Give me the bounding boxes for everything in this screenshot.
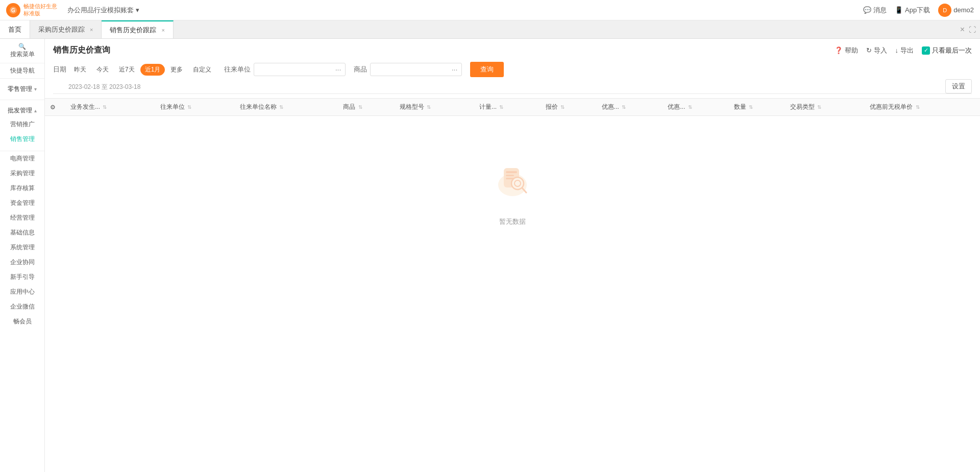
tab-sales-history-label: 销售历史价跟踪 xyxy=(110,26,156,35)
app-name: 办公用品行业模拟账套 xyxy=(67,6,134,15)
th-price[interactable]: 报价 ⇅ xyxy=(541,99,597,116)
th-partner-code[interactable]: 往来单位 ⇅ xyxy=(155,99,235,116)
help-button[interactable]: ❓ 帮助 xyxy=(835,46,858,55)
sidebar-item-marketing-label: 营销推广 xyxy=(10,121,35,128)
sidebar-item-finance[interactable]: 资金管理 xyxy=(0,196,44,210)
sidebar-item-purchase[interactable]: 采购管理 xyxy=(0,166,44,181)
tab-purchase-close-icon[interactable]: × xyxy=(90,27,93,33)
sort-icon: ⇅ xyxy=(622,104,626,110)
date-btn-custom[interactable]: 自定义 xyxy=(188,64,216,76)
th-unit-label: 计量... xyxy=(479,103,497,110)
th-biz-date[interactable]: 业务发生... ⇅ xyxy=(65,99,155,116)
date-btn-last7[interactable]: 近7天 xyxy=(114,64,139,76)
sidebar-item-retail[interactable]: 零售管理 ▾ xyxy=(2,83,42,96)
date-filter-group: 日期 昨天 今天 近7天 近1月 更多 自定义 xyxy=(53,64,216,76)
sidebar-item-wholesale-label: 批发管理 xyxy=(8,106,32,115)
setting-button[interactable]: 设置 xyxy=(945,79,972,93)
partner-input[interactable]: ··· xyxy=(254,63,346,76)
date-btn-more[interactable]: 更多 xyxy=(166,64,187,76)
export-icon: ↓ xyxy=(895,46,899,54)
sort-icon: ⇅ xyxy=(103,104,107,110)
sidebar-item-ecommerce[interactable]: 电商管理 xyxy=(0,151,44,166)
filter-bar: 日期 昨天 今天 近7天 近1月 更多 自定义 往来单位 xyxy=(53,62,972,94)
help-label: 帮助 xyxy=(845,46,858,55)
tab-home[interactable]: 首页 xyxy=(0,20,30,38)
sidebar-item-ecommerce-label: 电商管理 xyxy=(10,155,35,162)
empty-icon xyxy=(489,157,535,211)
filter-row: 日期 昨天 今天 近7天 近1月 更多 自定义 往来单位 xyxy=(53,62,972,77)
import-icon: ↻ xyxy=(866,46,872,54)
th-biz-date-label: 业务发生... xyxy=(70,103,100,110)
date-btn-last1m[interactable]: 近1月 xyxy=(140,64,165,76)
th-unit[interactable]: 计量... ⇅ xyxy=(474,99,540,116)
sidebar: 🔍 搜索菜单 快捷导航 零售管理 ▾ 批发管理 ▴ 营销推广 销售管理 电 xyxy=(0,39,45,472)
sidebar-section-retail: 零售管理 ▾ xyxy=(0,79,44,100)
only-last-checkbox[interactable]: ✓ 只看最后一次 xyxy=(922,46,972,55)
date-range-text: 2023-02-18 至 2023-03-18 xyxy=(68,83,140,91)
table-header: ⚙ 业务发生... ⇅ 往来单位 ⇅ 往来单位名称 ⇅ xyxy=(45,99,980,116)
close-all-icon[interactable]: × xyxy=(960,25,965,34)
fullscreen-icon[interactable]: ⛶ xyxy=(969,26,976,34)
app-selector[interactable]: 办公用品行业模拟账套 ▾ xyxy=(67,6,139,15)
th-partner-code-label: 往来单位 xyxy=(160,103,185,110)
th-partner-name[interactable]: 往来单位名称 ⇅ xyxy=(235,99,338,116)
th-discount2[interactable]: 优惠... ⇅ xyxy=(663,99,728,116)
sidebar-item-inventory[interactable]: 库存核算 xyxy=(0,181,44,196)
data-table: ⚙ 业务发生... ⇅ 往来单位 ⇅ 往来单位名称 ⇅ xyxy=(45,99,980,116)
tab-purchase-history-label: 采购历史价跟踪 xyxy=(38,25,85,34)
sidebar-search[interactable]: 🔍 搜索菜单 xyxy=(0,39,44,63)
th-trade-type-label: 交易类型 xyxy=(790,103,815,110)
goods-input-dots: ··· xyxy=(452,65,458,74)
logo-icon: G xyxy=(6,3,20,17)
sidebar-item-newbie[interactable]: 新手引导 xyxy=(0,270,44,285)
th-spec[interactable]: 规格型号 ⇅ xyxy=(395,99,474,116)
only-last-label: 只看最后一次 xyxy=(932,46,972,55)
date-btn-yesterday[interactable]: 昨天 xyxy=(69,64,91,76)
message-button[interactable]: 💬 消息 xyxy=(863,6,887,15)
th-settings[interactable]: ⚙ xyxy=(45,99,65,116)
date-btn-today[interactable]: 今天 xyxy=(92,64,113,76)
sidebar-quick-nav[interactable]: 快捷导航 xyxy=(0,63,44,79)
query-button[interactable]: 查询 xyxy=(470,62,504,77)
app-download-button[interactable]: 📱 App下载 xyxy=(895,6,930,15)
sidebar-item-wholesale[interactable]: 批发管理 ▴ xyxy=(2,104,42,117)
th-pre-tax-price[interactable]: 优惠前无税单价 ⇅ xyxy=(865,99,980,116)
tab-actions: × ⛶ xyxy=(956,20,980,38)
sidebar-item-marketing[interactable]: 营销推广 xyxy=(2,117,42,132)
sort-icon: ⇅ xyxy=(749,104,753,110)
sidebar-item-member[interactable]: 畅会员 xyxy=(0,314,44,329)
sidebar-item-operation[interactable]: 经营管理 xyxy=(0,210,44,225)
main-layout: 🔍 搜索菜单 快捷导航 零售管理 ▾ 批发管理 ▴ 营销推广 销售管理 电 xyxy=(0,39,980,472)
import-label: 导入 xyxy=(874,46,887,55)
goods-input[interactable]: ··· xyxy=(370,63,462,76)
sidebar-item-appstore[interactable]: 应用中心 xyxy=(0,285,44,299)
user-menu[interactable]: D demo2 xyxy=(938,4,974,17)
import-button[interactable]: ↻ 导入 xyxy=(866,46,887,55)
chevron-up-icon: ▴ xyxy=(34,108,37,113)
sidebar-item-sales[interactable]: 销售管理 xyxy=(2,132,42,147)
message-icon: 💬 xyxy=(863,6,871,14)
svg-rect-5 xyxy=(506,175,514,176)
settings-icon[interactable]: ⚙ xyxy=(50,104,56,111)
sort-icon: ⇅ xyxy=(499,104,503,110)
tab-purchase-history[interactable]: 采购历史价跟踪 × xyxy=(30,20,102,38)
sidebar-item-basic[interactable]: 基础信息 xyxy=(0,225,44,240)
th-goods[interactable]: 商品 ⇅ xyxy=(338,99,394,116)
svg-rect-4 xyxy=(506,171,517,173)
th-discount1[interactable]: 优惠... ⇅ xyxy=(597,99,663,116)
th-goods-label: 商品 xyxy=(343,103,355,110)
sidebar-item-wechat[interactable]: 企业微信 xyxy=(0,299,44,314)
th-trade-type[interactable]: 交易类型 ⇅ xyxy=(785,99,865,116)
partner-filter-label: 往来单位 xyxy=(224,65,251,74)
tab-sales-history[interactable]: 销售历史价跟踪 × xyxy=(102,20,173,38)
tab-sales-close-icon[interactable]: × xyxy=(161,27,164,33)
sidebar-item-retail-label: 零售管理 xyxy=(8,85,32,93)
page-title-row: 销售历史价查询 ❓ 帮助 ↻ 导入 ↓ 导出 ✓ xyxy=(53,45,972,56)
sort-icon: ⇅ xyxy=(916,104,920,110)
export-button[interactable]: ↓ 导出 xyxy=(895,46,914,55)
th-quantity[interactable]: 数量 ⇅ xyxy=(729,99,785,116)
content-area: 销售历史价查询 ❓ 帮助 ↻ 导入 ↓ 导出 ✓ xyxy=(45,39,980,472)
sidebar-item-enterprise[interactable]: 企业协同 xyxy=(0,255,44,270)
sidebar-item-sales-label: 销售管理 xyxy=(10,135,35,143)
sidebar-item-system[interactable]: 系统管理 xyxy=(0,240,44,255)
